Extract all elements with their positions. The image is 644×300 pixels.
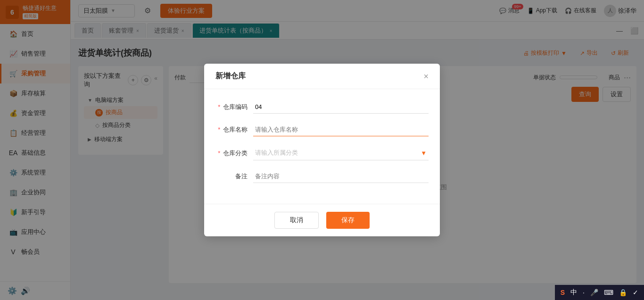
add-warehouse-modal: 新增仓库 × * 仓库编码 * 仓库名称 <box>204 64 440 236</box>
modal-overlay: 新增仓库 × * 仓库编码 * 仓库名称 <box>0 0 644 300</box>
save-button[interactable]: 保存 <box>326 212 370 229</box>
required-star-category: * <box>218 150 220 157</box>
lock-icon[interactable]: 🔒 <box>619 289 627 296</box>
cancel-button[interactable]: 取消 <box>274 212 319 229</box>
form-item-category: * 仓库分类 请输入所属分类 ▼ <box>215 146 429 160</box>
category-dropdown-arrow: ▼ <box>421 150 427 157</box>
required-star-code: * <box>218 103 220 110</box>
modal-header: 新增仓库 × <box>204 64 440 89</box>
mic-icon[interactable]: 🎤 <box>590 289 598 296</box>
name-input[interactable] <box>253 123 429 136</box>
form-item-note: 备注 <box>215 170 429 183</box>
category-label: * 仓库分类 <box>215 149 253 158</box>
modal-footer: 取消 保存 <box>204 204 440 236</box>
separator-icon: · <box>583 289 585 296</box>
code-label: * 仓库编码 <box>215 103 253 111</box>
brand-s-icon: S <box>561 289 565 296</box>
check-icon: ✓ <box>633 289 638 296</box>
category-placeholder: 请输入所属分类 <box>255 149 298 157</box>
category-select[interactable]: 请输入所属分类 ▼ <box>253 146 429 160</box>
modal-body: * 仓库编码 * 仓库名称 * 仓库分类 请输入所属 <box>204 89 440 204</box>
lang-icon[interactable]: 中 <box>570 288 577 297</box>
required-star-name: * <box>218 126 220 133</box>
form-item-name: * 仓库名称 <box>215 123 429 136</box>
form-item-code: * 仓库编码 <box>215 100 429 114</box>
keyboard-icon[interactable]: ⌨ <box>604 289 613 296</box>
modal-title: 新增仓库 <box>215 71 246 81</box>
note-input[interactable] <box>253 170 429 183</box>
bottom-bar: S 中 · 🎤 ⌨ 🔒 ✓ <box>555 285 644 300</box>
note-label: 备注 <box>215 172 253 181</box>
modal-close-button[interactable]: × <box>423 72 429 81</box>
code-input[interactable] <box>253 100 429 114</box>
name-label: * 仓库名称 <box>215 125 253 134</box>
